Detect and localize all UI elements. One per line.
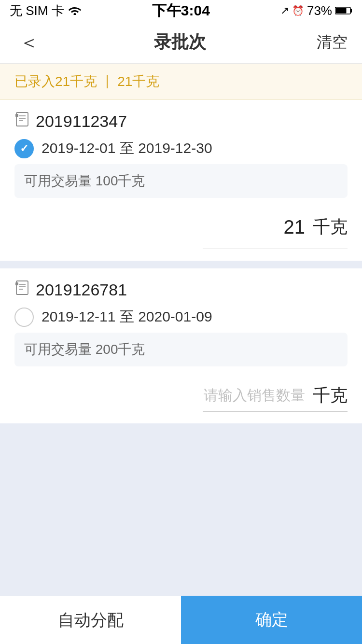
batch-2-underline-row — [0, 411, 362, 421]
svg-rect-2 — [335, 8, 346, 13]
wifi-icon — [68, 3, 82, 18]
batch-2-header: 2019126781 — [0, 268, 362, 303]
batch-2-input-row[interactable]: 请输入销售数量 千克 — [0, 376, 362, 411]
batch-2-availability: 可用交易量 200千克 — [14, 333, 348, 366]
batch-1-header: 2019112347 — [0, 100, 362, 135]
batch-1-radio[interactable] — [14, 139, 34, 158]
batch-1-underline — [203, 249, 348, 249]
batch-1-amount-value: 21 — [284, 216, 306, 238]
location-icon: ↗ — [280, 4, 289, 17]
batch-2-input-unit: 千克 — [313, 384, 348, 407]
summary-banner: 已录入21千克 21千克 — [0, 64, 362, 100]
batch-2-underline — [203, 411, 348, 412]
batch-1-amount-container: 21 千克 — [0, 208, 362, 261]
svg-rect-12 — [15, 282, 18, 285]
nav-bar: ＜ 录批次 清空 — [0, 21, 362, 64]
clear-button[interactable]: 清空 — [317, 32, 348, 53]
batch-1-amount-unit: 千克 — [313, 215, 348, 239]
battery-icon — [335, 3, 352, 18]
batch-item-2: 2019126781 2019-12-11 至 2020-01-09 可用交易量… — [0, 268, 362, 423]
batch-2-icon — [14, 280, 30, 299]
batch-2-id: 2019126781 — [36, 280, 127, 299]
confirm-button[interactable]: 确定 — [181, 596, 362, 644]
batch-1-date: 2019-12-01 至 2019-12-30 — [42, 139, 212, 158]
alarm-icon: ⏰ — [292, 5, 304, 16]
batch-2-radio[interactable] — [14, 308, 34, 327]
svg-rect-7 — [15, 114, 18, 117]
batch-1-icon — [14, 112, 30, 131]
status-right: ↗ ⏰ 73% — [280, 3, 352, 18]
status-left: 无 SIM 卡 — [10, 2, 82, 19]
summary-divider — [107, 75, 108, 88]
batch-1-id: 2019112347 — [36, 112, 127, 131]
page-title: 录批次 — [154, 30, 206, 54]
back-button[interactable]: ＜ — [14, 24, 43, 60]
batch-2-date: 2019-12-11 至 2020-01-09 — [42, 307, 212, 327]
carrier-text: 无 SIM 卡 — [10, 2, 64, 19]
batch-2-amount-container: 请输入销售数量 千克 — [0, 376, 362, 423]
summary-label: 已录入21千克 — [14, 72, 97, 91]
section-divider-1 — [0, 261, 362, 268]
batch-item-1: 2019112347 2019-12-01 至 2019-12-30 可用交易量… — [0, 100, 362, 261]
status-time: 下午3:04 — [152, 1, 210, 21]
summary-value: 21千克 — [117, 72, 159, 91]
batch-1-underline-row — [0, 249, 362, 259]
batch-2-input-placeholder: 请输入销售数量 — [204, 386, 305, 406]
bottom-bar: 自动分配 确定 — [0, 596, 362, 644]
status-bar: 无 SIM 卡 下午3:04 ↗ ⏰ 73% — [0, 0, 362, 21]
auto-distribute-button[interactable]: 自动分配 — [0, 596, 181, 644]
batch-1-date-row[interactable]: 2019-12-01 至 2019-12-30 — [0, 135, 362, 164]
batch-1-amount-row: 21 千克 — [0, 208, 362, 249]
batch-2-date-row[interactable]: 2019-12-11 至 2020-01-09 — [0, 303, 362, 333]
svg-rect-1 — [350, 9, 352, 13]
battery-text: 73% — [307, 3, 332, 18]
batch-1-availability: 可用交易量 100千克 — [14, 164, 348, 198]
